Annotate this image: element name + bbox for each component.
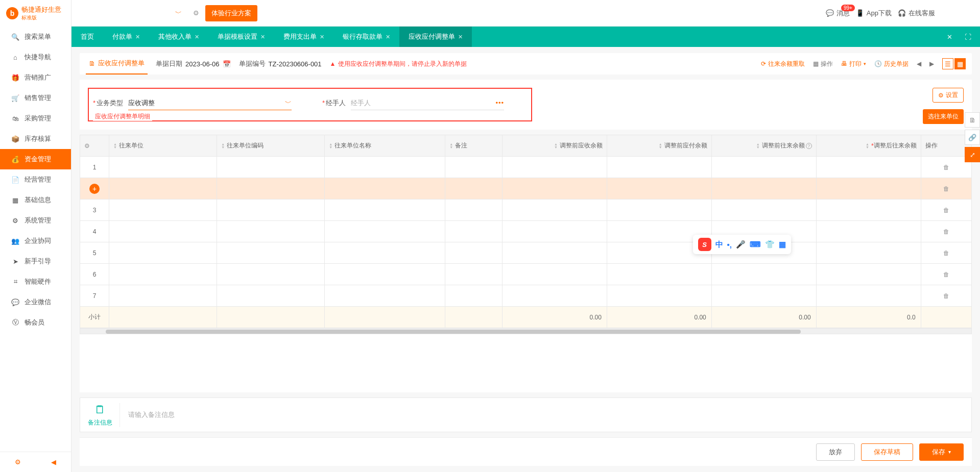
sort-icon[interactable]: ▲▼ bbox=[329, 143, 332, 149]
sidebar-item-doc[interactable]: 📄经营管理 bbox=[0, 169, 71, 190]
tab[interactable]: 银行存取款单✕ bbox=[333, 27, 399, 47]
save-button[interactable]: 保存 ▾ bbox=[919, 443, 964, 461]
sort-icon[interactable]: ▲▼ bbox=[659, 143, 662, 149]
table-row[interactable]: 3 🗑 bbox=[80, 200, 972, 221]
rail-link-icon[interactable]: 🔗 bbox=[965, 130, 980, 145]
form-tab[interactable]: 🗎 应收应付调整单 bbox=[86, 53, 148, 74]
help-icon[interactable]: ? bbox=[806, 143, 812, 149]
sidebar-item-grid[interactable]: ▦基础信息 bbox=[0, 190, 71, 210]
history-button[interactable]: 🕓 历史单据 bbox=[874, 60, 909, 68]
home-icon: ⌂ bbox=[11, 53, 19, 61]
fullscreen-icon[interactable]: ⛶ bbox=[961, 30, 975, 44]
tab[interactable]: 付款单✕ bbox=[103, 27, 149, 47]
trash-icon[interactable]: 🗑 bbox=[943, 250, 949, 257]
handler-input[interactable]: 经手人 ••• bbox=[351, 96, 504, 110]
tab[interactable]: 单据模板设置✕ bbox=[208, 27, 274, 47]
tab[interactable]: 费用支出单✕ bbox=[274, 27, 333, 47]
next-icon[interactable]: ▶ bbox=[929, 60, 934, 67]
tab[interactable]: 首页 bbox=[71, 27, 103, 47]
table-settings-icon[interactable]: ⚙ bbox=[84, 142, 90, 150]
sidebar-item-box[interactable]: 📦库存核算 bbox=[0, 129, 71, 149]
table-row[interactable]: 4 🗑 bbox=[80, 221, 972, 242]
gear-icon: ⚙ bbox=[11, 216, 19, 225]
sort-icon[interactable]: ▲▼ bbox=[449, 143, 453, 149]
sidebar-item-chip[interactable]: ⌗智能硬件 bbox=[0, 271, 71, 292]
sort-icon[interactable]: ▲▼ bbox=[113, 143, 117, 149]
app-download-button[interactable]: 📱 App下载 bbox=[856, 9, 892, 18]
message-button[interactable]: 💬 消息 99+ bbox=[826, 9, 850, 18]
sidebar-item-gift[interactable]: 🎁营销推广 bbox=[0, 67, 71, 88]
sidebar-item-home[interactable]: ⌂快捷导航 bbox=[0, 47, 71, 67]
add-row-button[interactable]: + bbox=[89, 184, 100, 194]
trash-icon[interactable]: 🗑 bbox=[943, 292, 949, 300]
reset-balance-button[interactable]: ⟳ 往来余额重取 bbox=[761, 60, 805, 68]
settings-button[interactable]: ⚙ 设置 bbox=[933, 88, 964, 103]
ime-keyboard-icon[interactable]: ⌨ bbox=[750, 240, 761, 249]
close-icon[interactable]: ✕ bbox=[458, 34, 463, 40]
ime-mic-icon[interactable]: 🎤 bbox=[736, 240, 746, 249]
date-value[interactable]: 2023-06-06 bbox=[185, 60, 220, 68]
trash-icon[interactable]: 🗑 bbox=[943, 207, 949, 214]
ime-punct-icon[interactable]: •, bbox=[727, 240, 732, 249]
sort-icon[interactable]: ▲▼ bbox=[866, 143, 869, 149]
topbar-gear-icon[interactable]: ⚙ bbox=[193, 9, 199, 17]
close-icon[interactable]: ✕ bbox=[260, 34, 265, 40]
tab[interactable]: 其他收入单✕ bbox=[149, 27, 208, 47]
sidebar-item-cart[interactable]: 🛒销售管理 bbox=[0, 88, 71, 108]
ime-toolbar[interactable]: S 中 •, 🎤 ⌨ 👕 ▦ bbox=[693, 235, 791, 254]
sidebar-item-search[interactable]: 🔍搜索菜单 bbox=[0, 27, 71, 47]
sort-icon[interactable]: ▲▼ bbox=[554, 143, 558, 149]
sidebar-item-gear[interactable]: ⚙系统管理 bbox=[0, 210, 71, 231]
close-icon[interactable]: ✕ bbox=[135, 34, 140, 40]
ime-lang[interactable]: 中 bbox=[715, 240, 723, 250]
sidebar-item-money[interactable]: 💰资金管理 bbox=[0, 149, 71, 169]
note-icon: 🗒 bbox=[94, 403, 106, 416]
close-all-tabs-icon[interactable]: ✕ bbox=[942, 30, 957, 44]
close-icon[interactable]: ✕ bbox=[320, 34, 324, 40]
sidebar: b 畅捷通好生意 标准版 🔍搜索菜单⌂快捷导航🎁营销推广🛒销售管理🛍采购管理📦库… bbox=[0, 0, 71, 472]
operation-dropdown[interactable]: ▦ 操作 bbox=[813, 60, 833, 68]
biz-type-select[interactable]: 应收调整 ﹀ bbox=[128, 96, 292, 110]
sidebar-item-guide[interactable]: ➤新手引导 bbox=[0, 251, 71, 271]
view-list-button[interactable]: ☰ bbox=[942, 58, 953, 69]
rail-expand-icon[interactable]: ⤢ bbox=[965, 147, 980, 162]
sort-icon[interactable]: ▲▼ bbox=[756, 143, 760, 149]
close-icon[interactable]: ✕ bbox=[195, 34, 199, 40]
table-row[interactable]: 5 🗑 bbox=[80, 242, 972, 264]
settings-icon[interactable]: ⚙ bbox=[15, 458, 21, 466]
tab[interactable]: 应收应付调整单✕ bbox=[399, 27, 472, 47]
select-unit-button[interactable]: 选往来单位 bbox=[923, 109, 964, 124]
trash-icon[interactable]: 🗑 bbox=[943, 164, 949, 171]
sidebar-item-vip[interactable]: Ⓥ畅会员 bbox=[0, 312, 71, 333]
tenant-selector[interactable]: ﹀ bbox=[80, 6, 187, 21]
sidebar-item-team[interactable]: 👥企业协同 bbox=[0, 231, 71, 251]
abandon-button[interactable]: 放弃 bbox=[816, 443, 855, 461]
view-grid-button[interactable]: ▦ bbox=[954, 58, 966, 69]
sidebar-item-wechat[interactable]: 💬企业微信 bbox=[0, 292, 71, 312]
experience-button[interactable]: 体验行业方案 bbox=[205, 5, 257, 21]
trash-icon[interactable]: 🗑 bbox=[943, 271, 949, 278]
remark-input[interactable]: 请输入备注信息 bbox=[120, 410, 971, 419]
save-draft-button[interactable]: 保存草稿 bbox=[861, 443, 913, 461]
rail-note-icon[interactable]: 🗎 bbox=[965, 112, 980, 128]
trash-icon[interactable]: 🗑 bbox=[943, 228, 949, 235]
sort-icon[interactable]: ▲▼ bbox=[221, 143, 225, 149]
more-icon[interactable]: ••• bbox=[495, 99, 504, 107]
calendar-icon[interactable]: 📅 bbox=[223, 60, 231, 68]
handler-field: *经手人 经手人 ••• bbox=[322, 96, 504, 110]
prev-icon[interactable]: ◀ bbox=[917, 60, 921, 67]
sidebar-item-bag[interactable]: 🛍采购管理 bbox=[0, 108, 71, 129]
chevron-down-icon: ▾ bbox=[864, 61, 866, 66]
ime-toolbox-icon[interactable]: ▦ bbox=[779, 240, 786, 249]
print-dropdown[interactable]: 🖶 打印 ▾ bbox=[841, 60, 866, 68]
table-row[interactable]: 6 🗑 bbox=[80, 264, 972, 285]
table-row[interactable]: + 🗑 bbox=[80, 178, 972, 200]
collapse-icon[interactable]: ◀ bbox=[51, 458, 56, 466]
trash-icon[interactable]: 🗑 bbox=[943, 185, 949, 192]
ime-skin-icon[interactable]: 👕 bbox=[765, 240, 775, 249]
close-icon[interactable]: ✕ bbox=[386, 34, 390, 40]
table-row[interactable]: 1 🗑 bbox=[80, 157, 972, 178]
table-row[interactable]: 7 🗑 bbox=[80, 285, 972, 307]
horizontal-scrollbar[interactable] bbox=[80, 328, 972, 334]
online-service-button[interactable]: 🎧 在线客服 bbox=[898, 9, 935, 18]
